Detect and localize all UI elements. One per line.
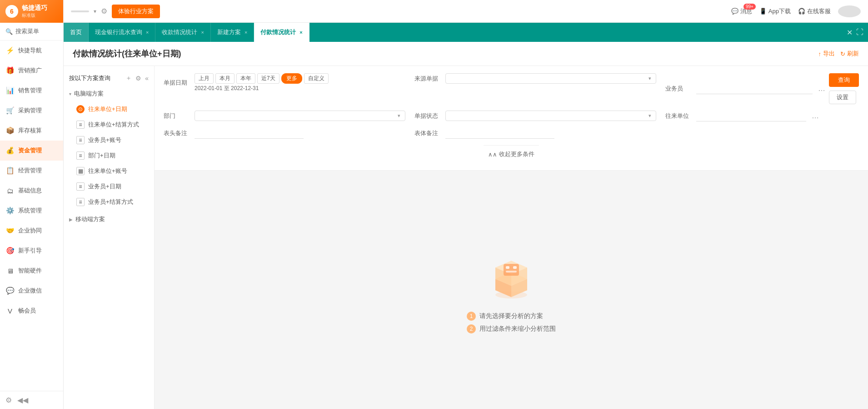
source-select-arrow: ▾ <box>649 76 651 81</box>
app-download-btn[interactable]: 📱 App下载 <box>759 7 791 15</box>
scheme-item-staff-date[interactable]: ≡ 业务员+日期 <box>64 179 154 194</box>
tab-close-new-scheme[interactable]: × <box>244 30 247 35</box>
collapse-scheme-icon[interactable]: « <box>145 75 149 82</box>
sidebar-item-member[interactable]: V畅会员 <box>0 301 63 321</box>
date-more[interactable]: 更多 <box>281 73 302 84</box>
scheme-item-unit-account[interactable]: ▦ 往来单位+账号 <box>64 163 154 179</box>
sidebar-item-purchase[interactable]: 🛒采购管理 <box>0 101 63 121</box>
date-this-month[interactable]: 本月 <box>215 73 234 84</box>
message-icon: 💬 <box>731 8 738 15</box>
refresh-icon: ↻ <box>840 50 845 57</box>
date-range: 2022-01-01 至 2022-12-31 <box>195 85 329 92</box>
dept-select-arrow: ▾ <box>398 113 400 119</box>
staff-label: 业务员 <box>665 85 693 93</box>
scheme-item-staff-account[interactable]: ≡ 业务员+账号 <box>64 132 154 148</box>
add-scheme-icon[interactable]: ＋ <box>125 74 132 82</box>
collapse-sidebar-icon[interactable]: ◀◀ <box>17 396 28 404</box>
date-this-year[interactable]: 本年 <box>236 73 255 84</box>
scheme-group-mobile-header[interactable]: ▶ 移动端方案 <box>64 212 154 227</box>
scheme-item-unit-date[interactable]: ⊙ 往来单位+日期 <box>64 101 154 117</box>
dept-label: 部门 <box>164 112 191 120</box>
tab-cash-flow[interactable]: 现金银行流水查询 × <box>89 23 155 42</box>
sidebar-item-guide[interactable]: 🎯新手引导 <box>0 241 63 261</box>
date-last-month[interactable]: 上月 <box>195 73 214 84</box>
tab-receivable[interactable]: 收款情况统计 × <box>155 23 210 42</box>
scheme-item-staff-settlement[interactable]: ≡ 业务员+结算方式 <box>64 194 154 210</box>
filter-unit: 往来单位 … <box>665 111 859 121</box>
online-service-btn[interactable]: 🎧 在线客服 <box>798 7 831 15</box>
tab-payment-stat[interactable]: 付款情况统计 × <box>254 23 309 42</box>
filter-staff: 业务员 … 查询 设置 <box>665 73 859 104</box>
tab-new-scheme[interactable]: 新建方案 × <box>211 23 254 42</box>
svg-rect-8 <box>506 266 509 269</box>
query-btn[interactable]: 查询 <box>829 73 859 87</box>
tab-close-cash-flow[interactable]: × <box>146 30 149 35</box>
refresh-btn[interactable]: ↻ 刷新 <box>840 50 859 58</box>
body-note-input[interactable] <box>445 128 554 139</box>
settings-btn[interactable]: 设置 <box>829 91 856 104</box>
unit-ellipsis[interactable]: … <box>812 112 819 120</box>
scheme-group-desktop-header[interactable]: ▾ 电脑端方案 <box>64 86 154 101</box>
trial-btn[interactable]: 体验行业方案 <box>112 5 160 18</box>
topbar-gear-icon[interactable]: ⚙ <box>101 7 107 15</box>
scheme-item-unit-settlement[interactable]: ≡ 往来单位+结算方式 <box>64 117 154 132</box>
tab-home[interactable]: 首页 <box>64 23 89 42</box>
head-note-input[interactable] <box>195 128 304 139</box>
source-select[interactable]: ▾ <box>445 73 656 84</box>
empty-illustration <box>486 254 536 304</box>
message-btn[interactable]: 💬 消息 99+ <box>731 7 752 15</box>
collapse-filter-btn[interactable]: ∧∧ 收起更多条件 <box>484 145 539 163</box>
head-note-label: 表头备注 <box>164 129 191 137</box>
unit-input[interactable] <box>696 111 806 121</box>
staff-date-label: 业务员+日期 <box>88 182 121 191</box>
staff-settlement-icon: ≡ <box>76 198 85 206</box>
unit-label: 往来单位 <box>665 112 693 120</box>
sidebar-item-hardware[interactable]: 🖥智能硬件 <box>0 261 63 281</box>
sidebar-item-marketing[interactable]: 🎁营销推广 <box>0 61 63 81</box>
page-title: 付款情况统计(往来单位+日期) <box>73 48 181 59</box>
date-7days[interactable]: 近7天 <box>257 73 279 84</box>
staff-input[interactable] <box>696 83 813 94</box>
sidebar-item-inventory[interactable]: 📦库存核算 <box>0 121 63 141</box>
settings-scheme-icon[interactable]: ⚙ <box>135 75 141 82</box>
sidebar-item-cooperation[interactable]: 🤝企业协同 <box>0 221 63 241</box>
filter-date: 单据日期 上月 本月 本年 近7天 更多 自定义 20 <box>164 73 405 92</box>
settings-icon[interactable]: ⚙ <box>5 396 12 404</box>
tab-fullscreen-icon[interactable]: ⛶ <box>856 28 863 36</box>
sidebar-icon-member: V <box>5 306 15 315</box>
sidebar-icon-marketing: 🎁 <box>5 66 15 75</box>
search-menu[interactable]: 🔍 搜索菜单 <box>0 23 63 40</box>
sidebar-item-wechat[interactable]: 💬企业微信 <box>0 281 63 301</box>
staff-ellipsis[interactable]: … <box>818 85 825 93</box>
dept-select[interactable]: ▾ <box>195 111 405 121</box>
user-chevron-icon[interactable]: ▾ <box>94 8 96 15</box>
date-custom[interactable]: 自定义 <box>304 73 329 84</box>
filter-head-note: 表头备注 <box>164 128 405 139</box>
sidebar-item-finance[interactable]: 💰资金管理 <box>0 141 63 161</box>
tab-close-receivable[interactable]: × <box>201 30 204 35</box>
filter-row-2: 部门 ▾ 单据状态 ▾ <box>164 111 859 121</box>
export-btn[interactable]: ↑ 导出 <box>818 50 835 58</box>
sidebar-item-system[interactable]: ⚙️系统管理 <box>0 201 63 221</box>
sidebar-item-quick-nav[interactable]: ⚡快捷导航 <box>0 40 63 61</box>
sidebar-item-sales[interactable]: 📊销售管理 <box>0 81 63 101</box>
status-select[interactable]: ▾ <box>445 111 656 121</box>
mobile-group-arrow: ▶ <box>69 217 73 222</box>
sidebar-icon-hardware: 🖥 <box>5 266 15 275</box>
scheme-header-title: 按以下方案查询 <box>69 74 110 82</box>
sidebar-icon-quick-nav: ⚡ <box>5 46 15 55</box>
sidebar-bottom: ⚙ ◀◀ <box>0 391 63 409</box>
date-label: 单据日期 <box>164 79 191 87</box>
tab-close-all-icon[interactable]: ✕ <box>847 28 853 37</box>
sidebar-item-basic[interactable]: 🗂基础信息 <box>0 181 63 201</box>
mobile-group-label: 移动端方案 <box>75 215 105 223</box>
scheme-group-desktop: ▾ 电脑端方案 ⊙ 往来单位+日期 ≡ 往来单位+结算方式 ≡ 业务员+账号 <box>64 86 154 210</box>
tab-close-payment-stat[interactable]: × <box>299 30 302 35</box>
desktop-group-label: 电脑端方案 <box>74 90 104 98</box>
main-content-area: 单据日期 上月 本月 本年 近7天 更多 自定义 20 <box>155 66 868 409</box>
scheme-item-dept-date[interactable]: ≡ 部门+日期 <box>64 148 154 163</box>
sidebar-item-operation[interactable]: 📋经营管理 <box>0 161 63 181</box>
staff-account-label: 业务员+账号 <box>88 136 121 144</box>
unit-account-label: 往来单位+账号 <box>88 167 127 175</box>
avatar[interactable] <box>838 5 861 17</box>
